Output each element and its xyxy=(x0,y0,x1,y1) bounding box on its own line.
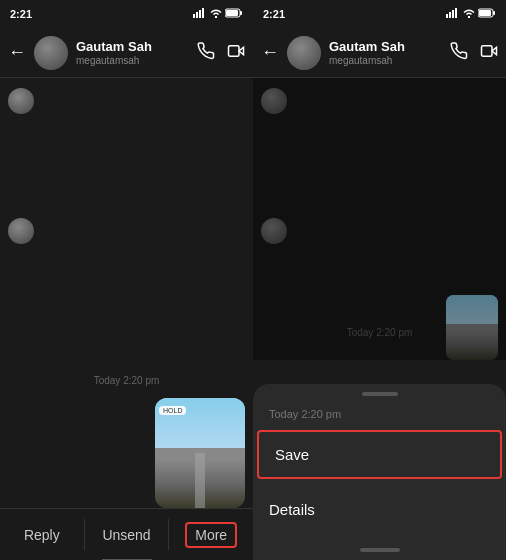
header-info-right: Gautam Sah megautamsah xyxy=(329,39,442,66)
header-info-left: Gautam Sah megautamsah xyxy=(76,39,189,66)
status-time-left: 2:21 xyxy=(10,8,32,20)
battery-icon-left xyxy=(225,8,243,20)
svg-rect-2 xyxy=(199,10,201,18)
contact-username-left: megautamsah xyxy=(76,55,189,66)
svg-rect-5 xyxy=(226,10,238,16)
bottom-sheet: Today 2:20 pm Save Details xyxy=(253,384,506,560)
battery-icon-right xyxy=(478,8,496,20)
signal-icon-right xyxy=(446,8,460,20)
unsend-button[interactable]: Unsend xyxy=(85,509,169,560)
status-bar-left: 2:21 xyxy=(0,0,253,28)
left-screen: 2:21 xyxy=(0,0,253,560)
home-indicator xyxy=(360,548,400,552)
image-label-left: HOLD xyxy=(159,406,186,415)
image-message-left[interactable]: HOLD xyxy=(155,398,245,508)
more-button[interactable]: More xyxy=(169,509,253,560)
chat-timestamp-left: Today 2:20 pm xyxy=(0,375,253,386)
right-screen: 2:21 xyxy=(253,0,506,560)
bottom-bar-left: Reply Unsend More xyxy=(0,508,253,560)
svg-rect-15 xyxy=(493,11,495,15)
message-avatar-1-left xyxy=(8,88,34,114)
message-avatar-2-left xyxy=(8,218,34,244)
phone-icon-right[interactable] xyxy=(450,42,468,64)
header-actions-left xyxy=(197,42,245,64)
back-button-right[interactable]: ← xyxy=(261,42,279,63)
sheet-timestamp: Today 2:20 pm xyxy=(253,408,506,430)
svg-rect-9 xyxy=(446,14,448,18)
svg-rect-11 xyxy=(452,10,454,18)
status-icons-right xyxy=(446,8,496,20)
contact-username-right: megautamsah xyxy=(329,55,442,66)
sheet-handle xyxy=(362,392,398,396)
wifi-icon-right xyxy=(463,9,475,20)
svg-rect-7 xyxy=(229,45,240,56)
phone-icon-left[interactable] xyxy=(197,42,215,64)
contact-name-left: Gautam Sah xyxy=(76,39,189,55)
svg-rect-12 xyxy=(455,8,457,18)
svg-rect-3 xyxy=(202,8,204,18)
video-icon-left[interactable] xyxy=(227,42,245,64)
svg-rect-1 xyxy=(196,12,198,18)
back-button-left[interactable]: ← xyxy=(8,42,26,63)
status-bar-right: 2:21 xyxy=(253,0,506,28)
status-icons-left xyxy=(193,8,243,20)
svg-rect-6 xyxy=(240,11,242,15)
contact-name-right: Gautam Sah xyxy=(329,39,442,55)
wifi-icon-left xyxy=(210,9,222,20)
svg-rect-16 xyxy=(482,45,493,56)
reply-button[interactable]: Reply xyxy=(0,509,84,560)
svg-rect-10 xyxy=(449,12,451,18)
save-button[interactable]: Save xyxy=(257,430,502,479)
signal-icon-left xyxy=(193,8,207,20)
video-icon-right[interactable] xyxy=(480,42,498,64)
avatar-right xyxy=(287,36,321,70)
svg-rect-14 xyxy=(479,10,491,16)
header-left: ← Gautam Sah megautamsah xyxy=(0,28,253,78)
status-time-right: 2:21 xyxy=(263,8,285,20)
header-actions-right xyxy=(450,42,498,64)
chat-area-left: Today 2:20 pm HOLD xyxy=(0,78,253,508)
svg-rect-0 xyxy=(193,14,195,18)
dim-overlay xyxy=(253,78,506,360)
avatar-left xyxy=(34,36,68,70)
details-button[interactable]: Details xyxy=(253,487,506,532)
header-right: ← Gautam Sah megautamsah xyxy=(253,28,506,78)
